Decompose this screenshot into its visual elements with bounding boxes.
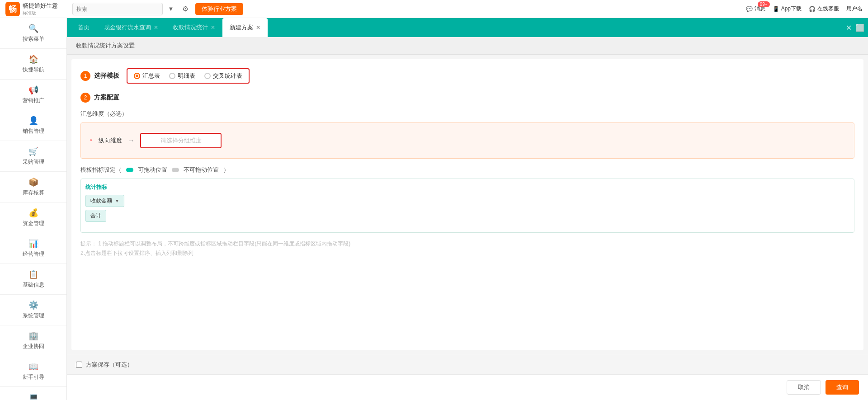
logo-area: 畅 畅捷通好生意 标准版	[5, 2, 72, 16]
sidebar-label-marketing: 营销推广	[23, 97, 44, 104]
dimension-area: * 纵向维度 → 请选择分组维度	[80, 122, 854, 159]
drag-label: 可拖动位置	[138, 166, 167, 174]
sidebar-item-inventory[interactable]: 📦 库存核算	[0, 172, 66, 202]
tips-section: 提示： 1.拖动标题栏可以调整布局，不可跨维度或指标区域拖动栏目字段(只能在同一…	[80, 240, 854, 257]
save-section: 方案保存（可选）	[67, 355, 868, 374]
tab-cashflow[interactable]: 现金银行流水查询 ✕	[97, 18, 165, 37]
sidebar-label-system: 系统管理	[23, 312, 44, 320]
top-header: 畅 畅捷通好生意 标准版 ▼ ⚙ 体验行业方案 💬 消息 99+ 📱 App下载…	[0, 0, 868, 18]
sidebar-item-management[interactable]: 📊 经营管理	[0, 233, 66, 264]
sidebar-item-system[interactable]: ⚙️ 系统管理	[0, 295, 66, 325]
sidebar-item-sales[interactable]: 👤 销售管理	[0, 110, 66, 141]
metrics-chips: 收款金额 ▼	[85, 195, 849, 207]
search-dropdown-icon[interactable]: ▼	[166, 5, 175, 14]
radio-summary[interactable]: 汇总表	[134, 72, 160, 80]
radio-detail-dot	[169, 73, 175, 79]
sidebar: 🔍 搜索菜单 🏠 快捷导航 📢 营销推广 👤 销售管理 🛒 采购管理 📦 库存核…	[0, 18, 67, 400]
sidebar-item-hardware[interactable]: 💻 智能硬件	[0, 387, 66, 400]
sidebar-label-base: 基础信息	[23, 281, 44, 289]
download-label: App下载	[781, 5, 802, 13]
marketing-icon: 📢	[28, 85, 38, 95]
search-input[interactable]	[72, 3, 163, 15]
hardware-icon: 💻	[28, 392, 38, 400]
purchase-icon: 🛒	[28, 146, 38, 156]
step2-badge: 2	[80, 93, 90, 103]
cancel-button[interactable]: 取消	[787, 380, 821, 395]
arrow-right-icon: →	[127, 136, 135, 145]
save-checkbox[interactable]	[76, 362, 82, 368]
dimension-row: * 纵向维度 → 请选择分组维度	[90, 133, 845, 148]
tab-new-plan[interactable]: 新建方案 ✕	[222, 18, 268, 37]
management-icon: 📊	[28, 239, 38, 249]
sidebar-item-nav[interactable]: 🏠 快捷导航	[0, 49, 66, 80]
notification-item[interactable]: 💬 消息 99+	[746, 5, 765, 13]
download-item[interactable]: 📱 App下载	[773, 5, 802, 13]
collab-icon: 🏢	[28, 331, 38, 341]
metrics-section: 模板指标设定（ 可拖动位置 不可拖动位置 ） 统计指标 收款金额	[80, 166, 854, 233]
logo-text: 畅捷通好生意	[23, 2, 58, 10]
metrics-area: 统计指标 收款金额 ▼ 合计	[80, 179, 854, 233]
tab-new-plan-label: 新建方案	[230, 24, 253, 32]
sales-icon: 👤	[28, 116, 38, 126]
tab-bar: 首页 现金银行流水查询 ✕ 收款情况统计 ✕ 新建方案 ✕ ✕ ⬜	[67, 18, 868, 37]
logo-icon: 畅	[5, 2, 20, 16]
metric-chip-amount[interactable]: 收款金额 ▼	[85, 195, 124, 207]
radio-cross[interactable]: 交叉统计表	[204, 72, 242, 80]
message-icon: 💬	[746, 6, 753, 12]
metrics-header-close: ）	[223, 166, 229, 174]
page-title: 收款情况统计方案设置	[76, 42, 135, 49]
close-window-icon[interactable]: ✕	[846, 24, 852, 32]
radio-summary-dot	[134, 73, 140, 79]
header-search: ▼ ⚙ 体验行业方案	[72, 3, 746, 15]
step2-row: 2 方案配置	[80, 93, 854, 103]
tab-receipts-close[interactable]: ✕	[211, 24, 215, 31]
tab-bar-actions: ✕ ⬜	[846, 24, 864, 32]
guide-icon: 📖	[28, 362, 38, 372]
tab-cashflow-close[interactable]: ✕	[154, 24, 158, 31]
maximize-icon[interactable]: ⬜	[855, 24, 864, 32]
dimension-label: 纵向维度	[99, 136, 122, 145]
tab-home[interactable]: 首页	[71, 18, 97, 37]
step1-title: 选择模板	[94, 72, 119, 80]
dimension-select[interactable]: 请选择分组维度	[140, 133, 222, 148]
metrics-header-label: 模板指标设定（	[80, 166, 122, 174]
sidebar-item-purchase[interactable]: 🛒 采购管理	[0, 141, 66, 172]
radio-detail-label: 明细表	[178, 72, 195, 80]
drag-indicator	[126, 168, 133, 172]
notification-badge: 99+	[758, 1, 770, 7]
tab-new-plan-close[interactable]: ✕	[256, 24, 260, 31]
metrics-header: 模板指标设定（ 可拖动位置 不可拖动位置 ）	[80, 166, 854, 174]
tip1: 提示： 1.拖动标题栏可以调整布局，不可跨维度或指标区域拖动栏目字段(只能在同一…	[80, 240, 854, 248]
radio-cross-label: 交叉统计表	[213, 72, 242, 80]
gear-icon[interactable]: ⚙	[179, 3, 192, 15]
step2-title: 方案配置	[94, 94, 119, 102]
chip-label-amount: 收款金额	[90, 197, 112, 205]
sidebar-label-sales: 销售管理	[23, 127, 44, 135]
page-content: 收款情况统计方案设置 1 选择模板 汇总表 明细表	[67, 37, 868, 374]
config-section: 汇总维度（必选） * 纵向维度 → 请选择分组维度 模板指标设定（	[80, 110, 854, 257]
industry-button[interactable]: 体验行业方案	[195, 3, 243, 15]
sidebar-item-marketing[interactable]: 📢 营销推广	[0, 80, 66, 110]
chip-chevron-icon: ▼	[115, 198, 119, 203]
query-button[interactable]: 查询	[826, 380, 859, 395]
main-container: 🔍 搜索菜单 🏠 快捷导航 📢 营销推广 👤 销售管理 🛒 采购管理 📦 库存核…	[0, 18, 868, 400]
tab-home-label: 首页	[78, 24, 90, 32]
sidebar-item-guide[interactable]: 📖 新手引导	[0, 356, 66, 387]
sidebar-label-search: 搜索菜单	[23, 35, 44, 43]
tab-receipts[interactable]: 收款情况统计 ✕	[165, 18, 222, 37]
user-name: 用户名	[846, 5, 863, 13]
content-area: 首页 现金银行流水查询 ✕ 收款情况统计 ✕ 新建方案 ✕ ✕ ⬜ 收款情况统计…	[67, 18, 868, 400]
sidebar-item-search[interactable]: 🔍 搜索菜单	[0, 18, 66, 49]
no-drag-indicator	[172, 168, 179, 172]
sidebar-label-inventory: 库存核算	[23, 189, 44, 197]
tab-receipts-label: 收款情况统计	[173, 24, 208, 32]
sidebar-item-base[interactable]: 📋 基础信息	[0, 264, 66, 295]
metrics-category: 统计指标	[85, 184, 107, 191]
inventory-icon: 📦	[28, 177, 38, 187]
system-icon: ⚙️	[28, 300, 38, 310]
sidebar-item-finance[interactable]: 💰 资金管理	[0, 202, 66, 233]
support-item[interactable]: 🎧 在线客服	[809, 5, 839, 13]
step1-badge: 1	[80, 71, 90, 81]
sidebar-item-collab[interactable]: 🏢 企业协同	[0, 325, 66, 356]
radio-detail[interactable]: 明细表	[169, 72, 195, 80]
